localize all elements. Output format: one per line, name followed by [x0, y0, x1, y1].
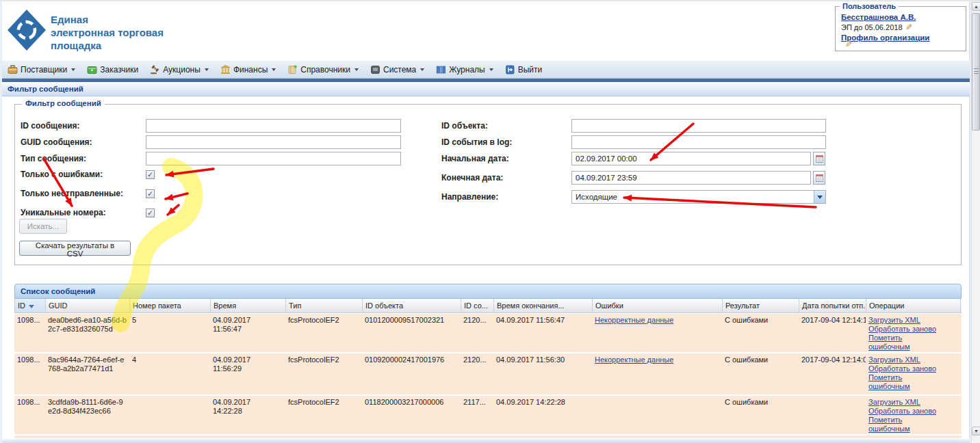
chevron-down-icon[interactable]	[814, 191, 825, 203]
user-name-link[interactable]: Бесстрашнова А.В.	[841, 12, 916, 23]
cell-object_id: 0109200002417001976	[362, 353, 461, 394]
grid-panel-header: Список сообщений	[14, 284, 962, 299]
user-panel-legend: Пользователь	[840, 2, 899, 10]
app-window: Единая электронная торговая площадка Пол…	[0, 0, 980, 443]
operation-link[interactable]: Обработать заново	[868, 325, 944, 334]
cell-errors	[592, 396, 722, 434]
operation-link[interactable]: Пометить ошибочным	[868, 416, 944, 433]
chevron-down-icon	[205, 68, 209, 71]
filter-text-input[interactable]	[571, 135, 826, 149]
table-row[interactable]: 1098...8ac9644a-7264-e6ef-e768-a2b2a7747…	[14, 353, 962, 394]
operation-link[interactable]: Пометить ошибочным	[868, 373, 944, 391]
cell-result: С ошибками	[722, 353, 799, 394]
menu-item-4[interactable]: Финансы	[220, 65, 276, 75]
scroll-down-icon[interactable]: ▼	[972, 427, 980, 435]
cell-id: 1098...	[14, 396, 45, 434]
table-row[interactable]: 1098...dea0bed6-ea10-a56d-b2c7-e831d3260…	[14, 314, 962, 352]
menu-item-8[interactable]: Выйти	[505, 65, 543, 75]
page-scrollbar[interactable]: ▲ ▼	[971, 1, 980, 443]
search-button[interactable]: Искать...	[19, 219, 67, 234]
cell-packet	[129, 396, 210, 434]
brand-line: площадка	[51, 39, 164, 52]
briefcase-tan-icon	[8, 65, 18, 75]
filter-text-input[interactable]	[571, 119, 826, 133]
errors-link[interactable]: Некорректные данные	[595, 355, 673, 364]
column-header-packet[interactable]: Номер пакета	[130, 299, 211, 312]
download-csv-button[interactable]: Скачать результаты в CSV	[19, 241, 131, 256]
grid-footer-strip	[2, 438, 970, 443]
menu-item-label: Поставщики	[21, 65, 67, 75]
column-header-attempt_date[interactable]: Дата попытки отп...	[799, 299, 866, 312]
date-input[interactable]	[571, 152, 811, 165]
filter-text-input[interactable]	[146, 119, 401, 133]
direction-select[interactable]: Исходящие	[571, 190, 826, 204]
filter-label: ID сообщения:	[21, 121, 80, 131]
org-profile-link[interactable]: Профиль организации	[841, 33, 929, 43]
scrollbar-grip	[974, 68, 979, 74]
cell-packet: 5	[129, 314, 210, 352]
column-header-errors[interactable]: Ошибки	[593, 299, 723, 312]
chevron-down-icon	[354, 68, 359, 71]
cell-end_time: 04.09.2017 14:22:28	[493, 396, 592, 434]
bank-icon	[220, 65, 231, 75]
eetp-logo-icon	[7, 9, 47, 51]
operation-link[interactable]: Пометить ошибочным	[868, 334, 944, 351]
operation-link[interactable]: Загрузить XML	[868, 316, 944, 325]
column-header-time[interactable]: Время	[211, 299, 286, 312]
cell-event_id: 2120...	[461, 314, 493, 352]
book-icon	[287, 65, 298, 75]
cell-event_id: 2117...	[461, 396, 493, 434]
column-header-object_id[interactable]: ID объекта	[363, 299, 461, 312]
cell-type: fcsProtocolEF2	[285, 396, 362, 434]
column-header-operations[interactable]: Операции	[866, 299, 961, 312]
cell-operations: Загрузить XMLОбработать зановоПометить о…	[866, 396, 960, 434]
menu-item-label: Заказчики	[100, 65, 138, 75]
operation-link[interactable]: Обработать заново	[868, 364, 944, 373]
errors-link[interactable]: Некорректные данные	[595, 316, 673, 324]
briefcase-green-icon	[87, 65, 97, 75]
cell-guid: 3cdfda9b-8111-6d6e-9e2d-8d34f423ec66	[45, 396, 129, 434]
menu-item-5[interactable]: Справочники	[287, 65, 359, 75]
pen-icon[interactable]: ✎	[845, 40, 852, 49]
cell-id: 1098...	[14, 353, 45, 394]
column-header-guid[interactable]: GUID	[46, 299, 130, 312]
filter-checkbox[interactable]: ✓	[146, 189, 155, 198]
cell-id: 1098...	[14, 314, 45, 352]
filter-text-input[interactable]	[146, 152, 401, 165]
pen-icon[interactable]: ✎	[905, 23, 912, 33]
operation-link[interactable]: Загрузить XML	[868, 355, 944, 364]
column-header-id[interactable]: ID	[15, 299, 46, 312]
filter-text-input[interactable]	[146, 135, 401, 149]
column-header-event_id[interactable]: ID со...	[461, 299, 494, 312]
filter-checkbox[interactable]: ✓	[146, 170, 155, 179]
filter-label: ID события в log:	[441, 137, 512, 147]
filter-legend: Фильтр сообщений	[22, 99, 105, 107]
checkbox-label: Только с ошибками:	[21, 170, 103, 179]
cell-type: fcsProtocolEF2	[285, 353, 362, 394]
cell-end_time: 04.09.2017 11:56:47	[493, 314, 592, 352]
cell-attempt_date: 2017-09-04 12:14:10	[799, 314, 866, 352]
checkbox-label: Уникальные номера:	[21, 208, 106, 217]
menu-item-7[interactable]: Журналы	[436, 65, 493, 75]
system-icon	[370, 65, 381, 75]
date-input[interactable]	[571, 171, 811, 185]
operation-link[interactable]: Обработать заново	[868, 407, 944, 416]
column-header-type[interactable]: Тип	[286, 299, 363, 312]
filter-checkbox[interactable]: ✓	[146, 209, 155, 217]
menu-item-label: Аукционы	[163, 65, 201, 75]
chevron-down-icon	[272, 68, 276, 71]
cell-attempt_date: 2017-09-04 12:14:09	[799, 353, 866, 394]
calendar-icon[interactable]	[813, 171, 825, 185]
scrollbar-thumb[interactable]	[972, 13, 980, 131]
cell-operations: Загрузить XMLОбработать зановоПометить о…	[866, 353, 960, 394]
table-row[interactable]: 1098...3cdfda9b-8111-6d6e-9e2d-8d34f423e…	[14, 396, 962, 434]
scroll-up-icon[interactable]: ▲	[972, 2, 980, 11]
menu-item-3[interactable]: Аукционы	[150, 65, 209, 75]
menu-item-6[interactable]: Система	[370, 65, 424, 75]
menu-item-1[interactable]: Поставщики	[8, 65, 75, 75]
column-header-end_time[interactable]: Время окончания...	[494, 299, 593, 312]
column-header-result[interactable]: Результат	[723, 299, 799, 312]
calendar-icon[interactable]	[813, 152, 825, 165]
menu-item-2[interactable]: Заказчики	[87, 65, 138, 75]
operation-link[interactable]: Загрузить XML	[868, 398, 944, 407]
